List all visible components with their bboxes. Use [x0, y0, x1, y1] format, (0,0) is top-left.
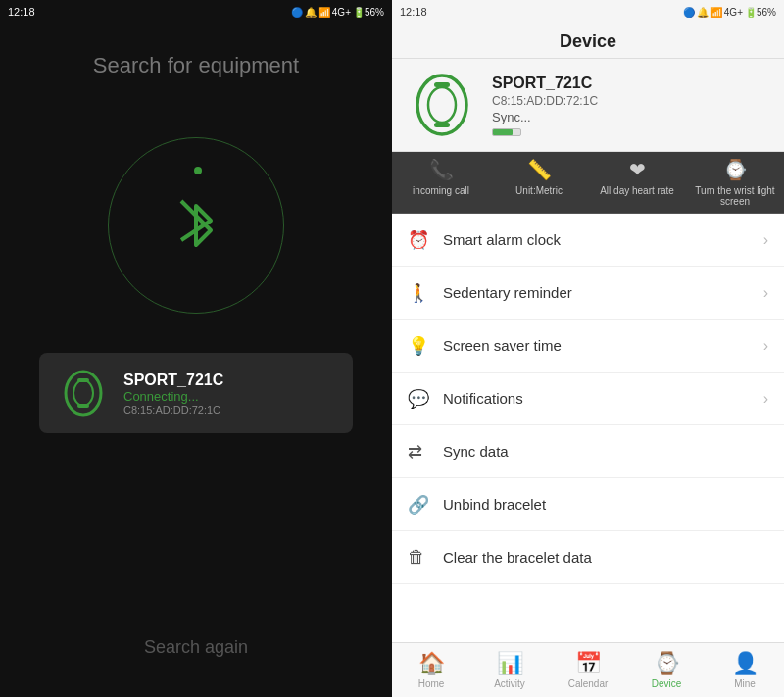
nav-label-mine: Mine — [734, 678, 756, 689]
menu-label-unbind: Unbind bracelet — [443, 496, 768, 513]
menu-label-notifications: Notifications — [443, 390, 763, 407]
arrow-icon-alarm: › — [763, 231, 768, 249]
search-title: Search for equipment — [93, 53, 299, 78]
menu-label-sedentary: Sedentary reminder — [443, 284, 763, 301]
device-name-right: SPORT_721C — [492, 75, 598, 92]
time-left: 12:18 — [8, 6, 35, 18]
device-info-left: SPORT_721C Connecting... C8:15:AD:DD:72:… — [123, 372, 223, 416]
nav-item-calendar[interactable]: 📅 Calendar — [553, 651, 623, 689]
search-again-button[interactable]: Search again — [144, 637, 248, 658]
status-bar-left: 12:18 🔵 🔔 📶 4G+ 🔋56% — [0, 0, 392, 24]
device-sync-status: Sync... — [492, 110, 598, 124]
device-info-section: SPORT_721C C8:15:AD:DD:72:1C Sync... — [392, 59, 784, 152]
menu-item-screen-saver[interactable]: 💡 Screen saver time › — [392, 320, 784, 373]
bracelet-icon-right — [408, 71, 476, 139]
activity-icon: 📊 — [497, 651, 523, 676]
svg-rect-3 — [77, 378, 89, 382]
quick-action-unit[interactable]: 📏 Unit:Metric — [495, 158, 583, 207]
nav-label-home: Home — [418, 678, 445, 689]
trash-icon: 🗑 — [408, 547, 439, 568]
menu-label-clear: Clear the bracelet data — [443, 549, 768, 566]
menu-item-sync[interactable]: ⇄ Sync data — [392, 425, 784, 478]
heart-icon: ❤ — [629, 158, 646, 181]
quick-action-heart-rate[interactable]: ❤ All day heart rate — [593, 158, 681, 207]
arrow-icon-sedentary: › — [763, 284, 768, 302]
svg-rect-4 — [77, 404, 89, 408]
device-mac-left: C8:15:AD:DD:72:1C — [123, 404, 223, 416]
menu-item-sedentary[interactable]: 🚶 Sedentary reminder › — [392, 267, 784, 320]
arrow-icon-screen-saver: › — [763, 337, 768, 355]
svg-rect-7 — [434, 82, 450, 87]
device-details: SPORT_721C C8:15:AD:DD:72:1C Sync... — [492, 75, 598, 136]
battery-indicator — [492, 128, 521, 136]
menu-item-alarm[interactable]: ⏰ Smart alarm clock › — [392, 214, 784, 267]
battery-fill — [493, 129, 513, 135]
sync-icon: ⇄ — [408, 441, 439, 463]
page-title: Device — [392, 24, 784, 59]
menu-item-unbind[interactable]: 🔗 Unbind bracelet — [392, 478, 784, 531]
arrow-icon-notifications: › — [763, 390, 768, 408]
svg-rect-8 — [434, 123, 450, 127]
svg-point-6 — [428, 87, 456, 123]
calendar-icon: 📅 — [575, 651, 602, 676]
user-icon: 👤 — [732, 651, 759, 676]
unbind-icon: 🔗 — [408, 494, 439, 516]
device-name-left: SPORT_721C — [123, 372, 223, 389]
device-card-left[interactable]: SPORT_721C Connecting... C8:15:AD:DD:72:… — [39, 353, 353, 433]
status-bar-right: 12:18 🔵 🔔 📶 4G+ 🔋56% — [392, 0, 784, 24]
nav-label-calendar: Calendar — [568, 678, 609, 689]
quick-action-label-4: Turn the wrist light screen — [691, 185, 779, 207]
nav-label-device: Device — [652, 678, 682, 689]
menu-label-alarm: Smart alarm clock — [443, 231, 763, 248]
right-panel: 12:18 🔵 🔔 📶 4G+ 🔋56% Device SPORT_721C C… — [392, 0, 784, 697]
connecting-status: Connecting... — [123, 389, 223, 404]
bluetooth-dot — [194, 167, 202, 174]
bracelet-icon-left — [59, 369, 108, 418]
nav-item-home[interactable]: 🏠 Home — [396, 651, 466, 689]
quick-action-wrist[interactable]: ⌚ Turn the wrist light screen — [691, 158, 779, 207]
nav-item-device[interactable]: ⌚ Device — [631, 651, 702, 689]
screen-saver-icon: 💡 — [408, 335, 439, 357]
quick-actions-bar: 📞 incoming call 📏 Unit:Metric ❤ All day … — [392, 152, 784, 214]
device-icon: ⌚ — [654, 651, 680, 676]
notifications-icon: 💬 — [408, 388, 439, 410]
menu-list: ⏰ Smart alarm clock › 🚶 Sedentary remind… — [392, 214, 784, 642]
nav-item-activity[interactable]: 📊 Activity — [474, 651, 545, 689]
quick-action-incoming-call[interactable]: 📞 incoming call — [397, 158, 485, 207]
bluetooth-circle — [108, 137, 284, 314]
left-panel: 12:18 🔵 🔔 📶 4G+ 🔋56% Search for equipmen… — [0, 0, 392, 697]
quick-action-label-3: All day heart rate — [600, 185, 674, 196]
phone-icon: 📞 — [429, 158, 454, 181]
menu-item-clear[interactable]: 🗑 Clear the bracelet data — [392, 531, 784, 584]
home-icon: 🏠 — [418, 651, 445, 676]
menu-item-notifications[interactable]: 💬 Notifications › — [392, 373, 784, 425]
metric-icon: 📏 — [527, 158, 552, 181]
svg-point-2 — [74, 380, 93, 406]
bluetooth-container — [108, 137, 284, 314]
wrist-icon: ⌚ — [723, 158, 748, 181]
time-right: 12:18 — [400, 6, 427, 18]
nav-label-activity: Activity — [494, 678, 525, 689]
menu-label-sync: Sync data — [443, 443, 768, 460]
menu-label-screen-saver: Screen saver time — [443, 337, 763, 354]
quick-action-label-2: Unit:Metric — [515, 185, 563, 196]
svg-point-1 — [66, 372, 101, 415]
bottom-navigation: 🏠 Home 📊 Activity 📅 Calendar ⌚ Device 👤 … — [392, 642, 784, 697]
status-icons-left: 🔵 🔔 📶 4G+ 🔋56% — [291, 7, 384, 18]
nav-item-mine[interactable]: 👤 Mine — [710, 651, 780, 689]
quick-action-label-1: incoming call — [413, 185, 469, 196]
sedentary-icon: 🚶 — [408, 282, 439, 304]
status-icons-right: 🔵 🔔 📶 4G+ 🔋56% — [683, 7, 776, 18]
device-mac-right: C8:15:AD:DD:72:1C — [492, 94, 598, 108]
alarm-icon: ⏰ — [408, 229, 439, 251]
